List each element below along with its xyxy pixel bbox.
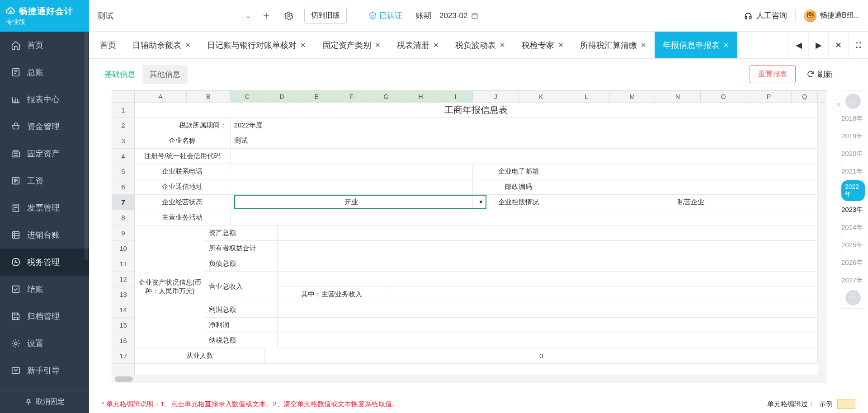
- cell[interactable]: [278, 333, 818, 348]
- row-header-4[interactable]: 4: [112, 149, 134, 164]
- row-header-2[interactable]: 2: [112, 118, 134, 133]
- tab-7[interactable]: 年报信息申报表✕: [655, 32, 737, 58]
- sidebar-item-0[interactable]: 首页: [0, 32, 89, 59]
- cell[interactable]: 营业总收入: [205, 272, 278, 302]
- cell[interactable]: [278, 225, 818, 241]
- tabs-close-all[interactable]: ✕: [828, 32, 848, 58]
- switch-old-version-button[interactable]: 切到旧版: [304, 8, 347, 24]
- period-picker[interactable]: 2023-02: [439, 11, 478, 20]
- cell[interactable]: 净利润: [205, 318, 278, 333]
- cell[interactable]: 企业联系电话: [135, 164, 230, 179]
- cell[interactable]: [231, 149, 818, 164]
- cell[interactable]: 所有者权益合计: [205, 241, 278, 256]
- col-header-H[interactable]: H: [404, 91, 439, 102]
- tab-0[interactable]: 目辅助余额表✕: [124, 32, 199, 58]
- spreadsheet[interactable]: ABCDEFGHIJKLMNOPQ 1234567891011121314151…: [112, 90, 826, 383]
- cell[interactable]: [386, 287, 818, 302]
- col-header-A[interactable]: A: [135, 91, 187, 102]
- sidebar-item-11[interactable]: 设置: [0, 330, 89, 357]
- year-2026年[interactable]: 2026年: [841, 254, 865, 272]
- cell[interactable]: [278, 272, 818, 287]
- tabs-scroll-right[interactable]: ▶: [808, 32, 828, 58]
- close-icon[interactable]: ✕: [641, 41, 646, 49]
- col-header-K[interactable]: K: [519, 91, 564, 102]
- cell[interactable]: [230, 179, 473, 195]
- company-selector[interactable]: 测试 ⌄: [97, 7, 251, 25]
- unpin-sidebar[interactable]: 取消固定: [0, 390, 89, 413]
- cell[interactable]: [278, 241, 818, 256]
- tab-2[interactable]: 固定资产类别✕: [314, 32, 389, 58]
- close-icon[interactable]: ✕: [375, 41, 381, 49]
- cell[interactable]: 2022年度: [231, 118, 818, 133]
- sidebar-item-6[interactable]: 发票管理: [0, 194, 89, 221]
- user-menu[interactable]: 🐯 畅捷通B组...: [804, 9, 860, 22]
- col-header-B[interactable]: B: [187, 91, 230, 102]
- row-header-12[interactable]: 12: [112, 272, 134, 287]
- col-header-E[interactable]: E: [300, 91, 335, 102]
- cell[interactable]: [278, 318, 818, 333]
- cell[interactable]: 注册号/统一社会信用代码: [135, 149, 231, 164]
- row-header-5[interactable]: 5: [112, 164, 134, 179]
- sidebar-item-5[interactable]: 工资: [0, 167, 89, 194]
- col-header-Q[interactable]: Q: [792, 91, 818, 102]
- cell[interactable]: 其中：主营业务收入: [278, 287, 386, 302]
- cell[interactable]: 企业通信地址: [135, 179, 230, 195]
- cell[interactable]: 主营业务活动: [135, 210, 231, 225]
- cell[interactable]: 邮政编码: [473, 179, 564, 195]
- tab-4[interactable]: 税负波动表✕: [447, 32, 514, 58]
- year-2018年[interactable]: 2018年: [841, 110, 865, 127]
- year-down[interactable]: ﹀: [845, 290, 861, 305]
- sidebar-scrollbar[interactable]: [85, 32, 88, 260]
- year-2024年[interactable]: 2024年: [841, 219, 865, 236]
- row-header-15[interactable]: 15: [112, 318, 134, 333]
- col-header-D[interactable]: D: [265, 91, 300, 102]
- year-2025年[interactable]: 2025年: [841, 236, 865, 254]
- reset-report-button[interactable]: 重置报表: [750, 65, 796, 83]
- cell[interactable]: 资产总额: [205, 225, 278, 241]
- col-header-P[interactable]: P: [746, 91, 792, 102]
- cell[interactable]: [278, 256, 818, 272]
- cell[interactable]: 私营企业: [564, 195, 818, 210]
- cell[interactable]: [230, 164, 473, 179]
- year-2019年[interactable]: 2019年: [841, 127, 865, 145]
- col-header-N[interactable]: N: [655, 91, 701, 102]
- sidebar-item-3[interactable]: 资金管理: [0, 113, 89, 140]
- sheet-select-all[interactable]: [112, 91, 135, 103]
- sidebar-item-1[interactable]: 总账: [0, 59, 89, 86]
- row-header-11[interactable]: 11: [112, 256, 134, 272]
- cell[interactable]: [564, 164, 818, 179]
- col-header-M[interactable]: M: [610, 91, 656, 102]
- row-header-7[interactable]: 7: [112, 195, 134, 210]
- row-header-14[interactable]: 14: [112, 302, 134, 318]
- tab-6[interactable]: 所得税汇算清缴✕: [572, 32, 655, 58]
- tab-home[interactable]: 首页: [97, 32, 124, 58]
- cell[interactable]: [231, 210, 818, 225]
- cell[interactable]: 从业人数: [135, 348, 265, 364]
- col-header-O[interactable]: O: [701, 91, 746, 102]
- tab-1[interactable]: 日记账与银行对账单核对✕: [199, 32, 314, 58]
- year-up[interactable]: ︿: [845, 94, 861, 109]
- tab-3[interactable]: 税表清册✕: [389, 32, 447, 58]
- col-header-L[interactable]: L: [564, 91, 610, 102]
- subtab-basic[interactable]: 基础信息: [97, 65, 142, 84]
- year-2023年[interactable]: 2023年: [841, 201, 865, 219]
- row-header-13[interactable]: 13: [112, 287, 134, 302]
- cell[interactable]: 开业: [230, 195, 473, 210]
- sidebar-item-2[interactable]: 报表中心: [0, 86, 89, 113]
- settings-icon[interactable]: [282, 9, 296, 23]
- refresh-button[interactable]: 刷新: [807, 69, 833, 80]
- sidebar-item-12[interactable]: 新手引导: [0, 357, 89, 384]
- support-button[interactable]: 人工咨询: [744, 10, 787, 21]
- subtab-other[interactable]: 其他信息: [142, 65, 188, 84]
- row-header-3[interactable]: 3: [112, 133, 134, 149]
- cell[interactable]: 企业经营状态: [135, 195, 230, 210]
- row-header-16[interactable]: 16: [112, 333, 134, 348]
- cell[interactable]: 纳税总额: [205, 333, 278, 348]
- row-header-8[interactable]: 8: [112, 210, 134, 225]
- cell[interactable]: 测试: [231, 133, 818, 149]
- sidebar-item-9[interactable]: 结账: [0, 276, 89, 303]
- cell[interactable]: [278, 302, 818, 318]
- cell[interactable]: 税款所属期间：: [135, 118, 231, 133]
- sheet-vscroll[interactable]: [818, 103, 826, 375]
- close-icon[interactable]: ✕: [300, 41, 306, 49]
